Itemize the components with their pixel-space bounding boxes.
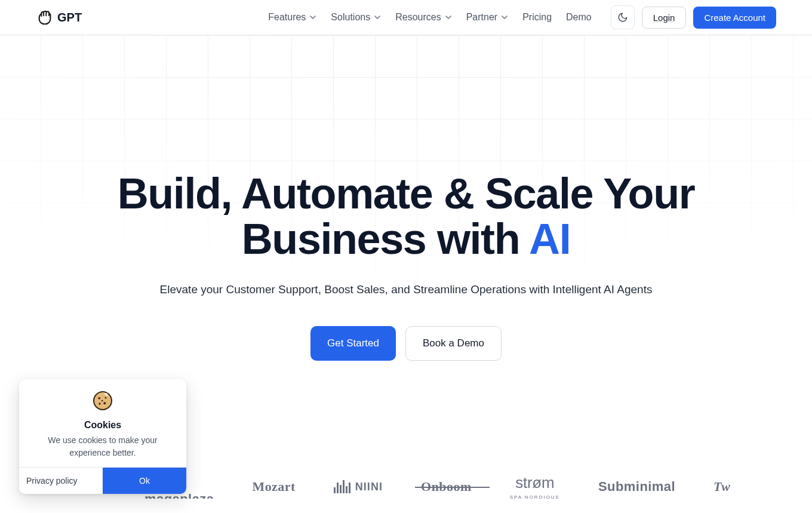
cookie-body: Cookies We use cookies to make your expe…: [19, 379, 186, 467]
cookie-icon: [91, 389, 115, 415]
chevron-down-icon: [445, 14, 452, 21]
svg-point-5: [102, 400, 103, 402]
hero-buttons: Get Started Book a Demo: [310, 326, 502, 361]
cookie-actions: Privacy policy Ok: [19, 467, 186, 494]
chevron-down-icon: [501, 14, 508, 21]
brand-logo-cutoff-right: Tw: [713, 475, 730, 499]
brand-logo-mozart: Mozart: [252, 475, 295, 499]
brand-logo-niini: NIINI: [334, 475, 383, 499]
svg-point-1: [98, 397, 100, 400]
nav-pricing[interactable]: Pricing: [522, 12, 552, 23]
nav-solutions[interactable]: Solutions: [331, 12, 381, 23]
brand-logo-subminimal: Subminimal: [598, 475, 675, 499]
chevron-down-icon: [309, 14, 316, 21]
brand-logo-strom: strøm SPA NORDIQUE: [510, 475, 560, 499]
cookie-banner: Cookies We use cookies to make your expe…: [19, 379, 186, 494]
svg-point-2: [103, 403, 106, 405]
hero-subtitle: Elevate your Customer Support, Boost Sal…: [160, 283, 653, 296]
nav-resources[interactable]: Resources: [395, 12, 451, 23]
book-demo-button[interactable]: Book a Demo: [405, 326, 502, 361]
brand-name: GPT: [57, 11, 82, 24]
brand-logo-onboom: Onboom: [421, 475, 472, 499]
main-nav: Features Solutions Resources Partner Pri…: [268, 5, 776, 29]
get-started-button[interactable]: Get Started: [310, 326, 396, 361]
cookie-title: Cookies: [84, 420, 121, 431]
brand-logo[interactable]: GPT: [36, 8, 82, 26]
hero-title: Build, Automate & Scale Your Business wi…: [107, 171, 705, 262]
header-actions: Login Create Account: [611, 5, 776, 29]
chevron-down-icon: [374, 14, 381, 21]
nav-demo[interactable]: Demo: [566, 12, 592, 23]
cookie-text: We use cookies to make your experience b…: [30, 434, 176, 459]
login-button[interactable]: Login: [642, 7, 687, 29]
site-header: GPT Features Solutions Resources Partner…: [0, 0, 812, 35]
create-account-button[interactable]: Create Account: [693, 7, 776, 29]
fist-icon: [36, 8, 54, 26]
cookie-ok-button[interactable]: Ok: [103, 468, 186, 494]
svg-point-3: [99, 403, 100, 405]
svg-point-4: [105, 397, 107, 399]
hero-title-accent: AI: [529, 215, 570, 263]
moon-icon: [617, 12, 628, 23]
theme-toggle[interactable]: [611, 5, 635, 29]
nav-partner[interactable]: Partner: [466, 12, 508, 23]
nav-features[interactable]: Features: [268, 12, 316, 23]
bars-icon: [334, 480, 350, 493]
privacy-policy-link[interactable]: Privacy policy: [19, 468, 103, 494]
